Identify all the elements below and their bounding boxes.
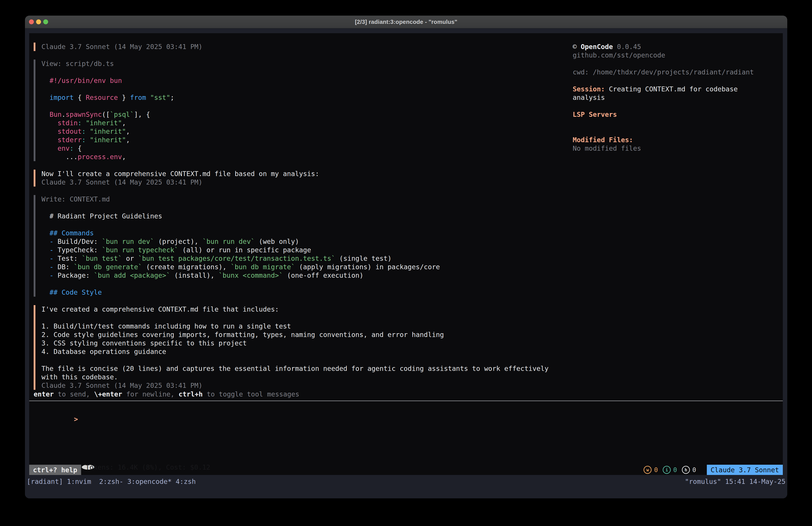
sidebar-line (573, 102, 769, 110)
sidebar-line (573, 76, 769, 85)
message-line: - Build/Dev: `bun run dev` (project), `b… (41, 237, 555, 246)
warning-icon: w (643, 466, 652, 474)
message-line: ## Code Style (41, 288, 555, 297)
tmux-window-list[interactable]: [radiant] 1:nvim 2:zsh- 3:opencode* 4:zs… (27, 478, 196, 485)
close-button[interactable] (29, 19, 34, 24)
sidebar-line: LSP Servers (573, 110, 769, 119)
sidebar-line (573, 127, 769, 136)
message-line: stdout: "inherit", (41, 127, 555, 136)
window-title: [2/3] radiant:3:opencode - "romulus" (355, 18, 457, 25)
sidebar-line: Session: Creating CONTEXT.md for codebas… (573, 85, 769, 102)
tui-main: Claude 3.7 Sonnet (14 May 2025 03:41 PM)… (34, 43, 778, 398)
chat-history: Claude 3.7 Sonnet (14 May 2025 03:41 PM)… (34, 43, 555, 398)
message-line: 1. Build/lint/test commands including ho… (41, 322, 555, 330)
terminal-body: Claude 3.7 Sonnet (14 May 2025 03:41 PM)… (25, 28, 787, 498)
message-line: - DB: `bun db generate` (create migratio… (41, 263, 555, 271)
message-line: 2. Code style guidelines covering import… (41, 330, 555, 339)
terminal-window: [2/3] radiant:3:opencode - "romulus" Cla… (25, 16, 787, 498)
message-line: - Test: `bun test` or `bun test packages… (41, 254, 555, 263)
message-line: Bun.spawnSync([`psql`], { (41, 110, 555, 119)
tmux-status-bar: [radiant] 1:nvim 2:zsh- 3:opencode* 4:zs… (27, 477, 785, 486)
zoom-button[interactable] (43, 19, 48, 24)
message-line (41, 221, 555, 229)
message-line: Claude 3.7 Sonnet (14 May 2025 03:41 PM) (41, 43, 555, 51)
message-line: 3. CSS styling conventions specific to t… (41, 339, 555, 347)
message-line (41, 68, 555, 76)
warning-count: w 0 (643, 466, 658, 474)
message-input[interactable]: > (29, 407, 783, 432)
input-divider (29, 400, 783, 401)
message-line: env: { (41, 144, 555, 153)
info-count: i 0 (663, 466, 677, 474)
message-line: stdin: "inherit", (41, 119, 555, 127)
message-block: Write: CONTEXT.md # Radiant Project Guid… (34, 195, 555, 297)
sidebar-line (573, 119, 769, 127)
keybinding-hint: enter to send, \+enter for newline, ctrl… (29, 390, 783, 399)
sidebar-line: Modified Files: (573, 136, 769, 144)
input-area[interactable] (29, 432, 783, 465)
sidebar-line: cwd: /home/thdxr/dev/projects/radiant/ra… (573, 68, 769, 76)
message-line: #!/usr/bin/env bun (41, 76, 555, 85)
message-line: View: script/db.ts (41, 59, 555, 68)
session-sidebar: © OpenCode 0.0.45github.com/sst/opencode… (573, 43, 769, 398)
message-line: Claude 3.7 Sonnet (14 May 2025 03:41 PM) (41, 178, 555, 187)
message-line: import { Resource } from "sst"; (41, 94, 555, 102)
minimize-button[interactable] (36, 19, 41, 24)
message-block: Claude 3.7 Sonnet (14 May 2025 03:41 PM) (34, 43, 555, 51)
message-line (41, 203, 555, 212)
message-line: I've created a comprehensive CONTEXT.md … (41, 305, 555, 314)
message-block: Now I'll create a comprehensive CONTEXT.… (34, 170, 555, 187)
sidebar-line (573, 59, 769, 68)
prompt-icon: > (74, 415, 78, 423)
message-line: # Radiant Project Guidelines (41, 212, 555, 221)
traffic-lights (29, 16, 48, 28)
message-line (41, 85, 555, 94)
diagnostics: w 0 i 0 h 0 (643, 465, 701, 475)
message-block: View: script/db.ts #!/usr/bin/env bun im… (34, 59, 555, 161)
input-section: enter to send, \+enter for newline, ctrl… (29, 390, 783, 475)
model-badge[interactable]: Claude 3.7 Sonnet (707, 465, 783, 475)
sidebar-line: © OpenCode 0.0.45 (573, 43, 769, 51)
message-line (41, 356, 555, 365)
message-line (41, 314, 555, 322)
tokens-cost-badge: Tokens: 16.4K (8%), Cost: $0.12 (82, 465, 94, 470)
status-bar: ctrl+? help Tokens: 16.4K (8%), Cost: $0… (29, 465, 783, 475)
message-line: The file is concise (20 lines) and captu… (41, 365, 555, 381)
message-line: Write: CONTEXT.md (41, 195, 555, 203)
message-line (41, 280, 555, 288)
desktop: { "window": { "title": "[2/3] radiant:3:… (0, 0, 812, 526)
hint-count: h 0 (682, 466, 696, 474)
message-line (41, 102, 555, 110)
hint-icon: h (682, 466, 690, 474)
help-badge[interactable]: ctrl+? help (29, 465, 81, 475)
message-line: 4. Database operations guidance (41, 347, 555, 356)
tmux-host-clock: "romulus" 15:41 14-May-25 (685, 478, 785, 485)
message-line: ## Commands (41, 229, 555, 237)
message-line: ...process.env, (41, 153, 555, 161)
message-line: stderr: "inherit", (41, 136, 555, 144)
message-line: Now I'll create a comprehensive CONTEXT.… (41, 170, 555, 178)
message-line: - Package: `bun add <package>` (install)… (41, 271, 555, 280)
message-line: Claude 3.7 Sonnet (14 May 2025 03:41 PM) (41, 381, 555, 390)
sidebar-line: github.com/sst/opencode (573, 51, 769, 59)
opencode-tui: Claude 3.7 Sonnet (14 May 2025 03:41 PM)… (29, 33, 783, 475)
titlebar[interactable]: [2/3] radiant:3:opencode - "romulus" (25, 16, 787, 28)
sidebar-line: No modified files (573, 144, 769, 153)
message-line: - TypeCheck: `bun run typecheck` (all) o… (41, 246, 555, 254)
message-block: I've created a comprehensive CONTEXT.md … (34, 305, 555, 390)
info-icon: i (663, 466, 671, 474)
